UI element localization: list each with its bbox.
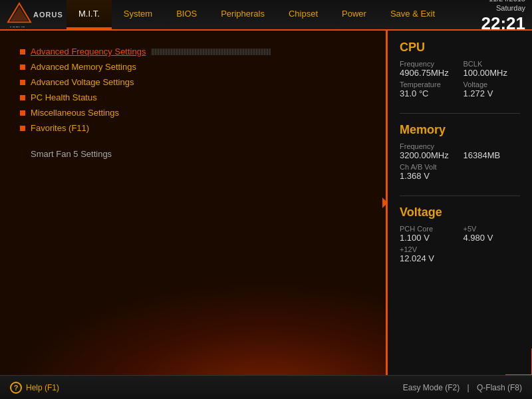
- menu-item-label: Miscellaneous Settings: [31, 108, 119, 118]
- mem-chvolt-label: Ch A/B Volt: [400, 163, 520, 171]
- tab-power[interactable]: Power: [330, 0, 378, 29]
- mem-chvolt-value: 1.368 V: [400, 171, 520, 181]
- voltage-title: Voltage: [400, 205, 520, 219]
- cpu-title: CPU: [400, 41, 520, 55]
- cpu-freq-label: Frequency: [400, 60, 457, 68]
- cpu-section: CPU Frequency 4906.75MHz BCLK 100.00MHz …: [400, 41, 520, 98]
- plus5v-label: +5V: [464, 225, 521, 233]
- menu-item-advanced-freq[interactable]: Advanced Frequency Settings: [20, 44, 376, 59]
- qflash-label[interactable]: Q-Flash (F8): [477, 383, 522, 392]
- tab-chipset[interactable]: Chipset: [277, 0, 330, 29]
- footer-right: Easy Mode (F2) | Q-Flash (F8): [403, 383, 522, 392]
- mem-freq-value: 3200.00MHz: [400, 150, 457, 160]
- pch-core-label: PCH Core: [400, 225, 457, 233]
- plus12v-value: 12.024 V: [400, 253, 520, 263]
- corner-decoration-icon: [505, 348, 532, 375]
- menu-item-label: Advanced Frequency Settings: [31, 47, 146, 57]
- cpu-grid: Frequency 4906.75MHz BCLK 100.00MHz Temp…: [400, 60, 520, 98]
- logo-area: AORUS AORUS: [7, 2, 66, 27]
- aorus-logo-icon: AORUS: [7, 2, 32, 27]
- tab-peripherals[interactable]: Peripherals: [209, 0, 277, 29]
- divider-1: [400, 113, 520, 114]
- right-panel: CPU Frequency 4906.75MHz BCLK 100.00MHz …: [386, 31, 532, 375]
- bullet-icon: [20, 126, 25, 131]
- memory-section: Memory Frequency 3200.00MHz 16384MB Ch A…: [400, 123, 520, 181]
- easy-mode-label[interactable]: Easy Mode (F2): [403, 383, 460, 392]
- footer-left: ? Help (F1): [10, 382, 59, 394]
- menu-item-smart-fan[interactable]: Smart Fan 5 Settings: [20, 146, 376, 162]
- mem-freq-label: Frequency: [400, 142, 457, 150]
- date-display: 11/24/2018: [489, 0, 525, 3]
- tab-system[interactable]: System: [112, 0, 164, 29]
- voltage-grid: PCH Core 1.100 V +5V 4.980 V +12V 12.024…: [400, 225, 520, 263]
- memory-grid: Frequency 3200.00MHz 16384MB Ch A/B Volt…: [400, 142, 520, 181]
- memory-title: Memory: [400, 123, 520, 137]
- logo-text: AORUS: [33, 11, 63, 19]
- tab-mit[interactable]: M.I.T.: [66, 0, 112, 29]
- bullet-icon: [20, 65, 25, 70]
- voltage-section: Voltage PCH Core 1.100 V +5V 4.980 V +12…: [400, 205, 520, 263]
- footer: ? Help (F1) Easy Mode (F2) | Q-Flash (F8…: [0, 375, 532, 399]
- main-content: Advanced Frequency Settings Advanced Mem…: [0, 31, 532, 375]
- bullet-icon: [20, 80, 25, 85]
- day-display: Saturday: [496, 4, 525, 12]
- cpu-bclk-label: BCLK: [464, 60, 521, 68]
- menu-item-label: Favorites (F11): [31, 123, 89, 133]
- header: AORUS AORUS M.I.T. System BIOS Periphera…: [0, 0, 532, 31]
- menu-item-label: Advanced Memory Settings: [31, 62, 136, 72]
- pch-core-value: 1.100 V: [400, 233, 457, 243]
- bullet-icon: [20, 95, 25, 100]
- datetime: 11/24/2018 Saturday 22:21: [481, 0, 526, 35]
- bullet-icon: [20, 110, 25, 116]
- cpu-volt-label: Voltage: [464, 80, 521, 88]
- tab-bios[interactable]: BIOS: [164, 0, 209, 29]
- menu-item-label: Advanced Voltage Settings: [31, 77, 134, 87]
- divider-2: [400, 196, 520, 196]
- mem-size-value: 16384MB: [464, 150, 521, 160]
- menu-item-label: PC Health Status: [31, 92, 97, 102]
- svg-text:AORUS: AORUS: [9, 26, 25, 27]
- cpu-volt-value: 1.272 V: [464, 88, 521, 98]
- left-panel: Advanced Frequency Settings Advanced Mem…: [0, 31, 386, 375]
- mem-size-label: [464, 142, 521, 150]
- nav-arrow-icon: [382, 198, 388, 208]
- menu-item-advanced-volt[interactable]: Advanced Voltage Settings: [20, 74, 376, 90]
- bullet-icon: [20, 49, 25, 55]
- menu-item-advanced-mem[interactable]: Advanced Memory Settings: [20, 59, 376, 74]
- cpu-bclk-value: 100.00MHz: [464, 68, 521, 78]
- time-display: 22:21: [481, 13, 526, 35]
- footer-separator: |: [467, 383, 469, 392]
- plus12v-label: +12V: [400, 245, 520, 253]
- cpu-temp-label: Temperature: [400, 80, 457, 88]
- cpu-temp-value: 31.0 °C: [400, 88, 457, 98]
- nav-tabs: M.I.T. System BIOS Peripherals Chipset P…: [66, 0, 481, 29]
- help-label[interactable]: Help (F1): [26, 383, 59, 392]
- cpu-freq-value: 4906.75MHz: [400, 68, 457, 78]
- tab-save-exit[interactable]: Save & Exit: [378, 0, 447, 29]
- help-circle-icon: ?: [10, 382, 22, 394]
- menu-item-misc[interactable]: Miscellaneous Settings: [20, 105, 376, 120]
- menu-item-pc-health[interactable]: PC Health Status: [20, 90, 376, 105]
- plus5v-value: 4.980 V: [464, 233, 521, 243]
- menu-item-favorites[interactable]: Favorites (F11): [20, 120, 376, 136]
